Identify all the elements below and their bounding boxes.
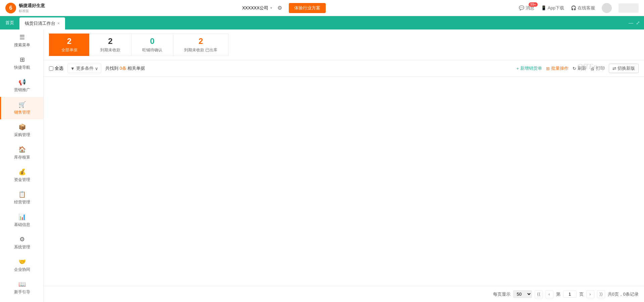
switch-new-version-button[interactable]: ⇄ 切换新版: [609, 64, 639, 73]
tab-active-label: 钱货日清工作台: [25, 20, 55, 26]
tab-bar: 首页 钱货日清工作台 × — ⤢: [0, 16, 644, 29]
toolbar-right: + 新增销货单 ⊞ 批量操作 ↻ 刷新 🖨 打印 ⇄ 切换新版: [516, 64, 639, 73]
stat-card-all[interactable]: 2 全部单据: [49, 34, 89, 56]
last-page-button[interactable]: ⟩⟩: [597, 290, 605, 298]
company-selector[interactable]: XXXXXX公司 ▾: [242, 5, 272, 11]
sidebar-item-enterprise[interactable]: 🤝 企业协同: [0, 254, 43, 277]
batch-action-button[interactable]: ⊞ 批量操作: [546, 65, 569, 71]
operation-icon: 📋: [18, 191, 26, 198]
table-area: [44, 77, 644, 286]
logo-main-text: 畅捷通好生意: [19, 3, 45, 9]
sidebar-item-label: 系统管理: [14, 244, 30, 250]
online-service-action[interactable]: 🎧 在线客服: [571, 5, 595, 11]
trial-button[interactable]: 体验行业方案: [289, 3, 326, 13]
prev-page-button[interactable]: ‹: [545, 290, 553, 298]
sidebar-item-label: 销售管理: [14, 110, 30, 115]
quicknav-icon: ⊞: [20, 56, 25, 63]
settings-icon[interactable]: ⚙: [277, 5, 282, 11]
sidebar-item-sales[interactable]: 🛒 销售管理: [0, 97, 43, 119]
filter-label: 更多条件: [76, 65, 94, 71]
stat-card-overdue-shipped[interactable]: 2 到期未收款 已出库: [173, 34, 228, 56]
sidebar-item-operation[interactable]: 📋 经营管理: [0, 187, 43, 209]
sidebar-item-appcenter[interactable]: 📱 应用中心: [0, 299, 43, 302]
stat-all-label: 全部单据: [61, 47, 77, 53]
first-page-icon: ⟨⟨: [537, 292, 540, 297]
filter-icon: ▼: [70, 66, 75, 71]
select-all-area[interactable]: 全选: [49, 65, 63, 71]
page-prefix: 第: [556, 291, 560, 297]
page-suffix: 页: [579, 291, 584, 297]
found-count: 0条: [120, 66, 126, 71]
logo-area: 6 畅捷通好生意 标准版: [5, 3, 49, 13]
tab-close-icon[interactable]: ×: [57, 21, 60, 26]
sidebar-item-label: 快捷导航: [14, 65, 30, 70]
tab-qianhuoriqing[interactable]: 钱货日清工作台 ×: [19, 17, 65, 29]
enterprise-icon: 🤝: [18, 258, 26, 265]
print-label: 打印: [596, 65, 605, 71]
purchase-icon: 📦: [18, 123, 26, 131]
found-prefix: 共找到: [105, 66, 118, 71]
sidebar-item-finance[interactable]: 💰 资金管理: [0, 164, 43, 187]
tab-home-label: 首页: [5, 20, 14, 26]
sidebar-item-purchase[interactable]: 📦 采购管理: [0, 119, 43, 142]
tab-expand-icon[interactable]: ⤢: [636, 20, 640, 25]
main-layout: ☰ 搜索菜单 ⊞ 快捷导航 📢 营销推广 🛒 销售管理 📦 采购管理 🏠 库存核…: [0, 29, 644, 302]
sidebar-item-label: 基础信息: [14, 222, 30, 228]
print-icon: 🖨: [590, 66, 595, 71]
app-logo-icon: 6: [5, 3, 16, 13]
page-input[interactable]: [563, 291, 577, 298]
tab-minimize-icon[interactable]: —: [629, 20, 633, 25]
app-download-action[interactable]: 📱 App下载: [541, 5, 564, 11]
basic-icon: 📊: [18, 213, 26, 221]
top-header: 6 畅捷通好生意 标准版 XXXXXX公司 ▾ ⚙ 体验行业方案 💬 消息 99…: [0, 0, 644, 16]
sidebar-item-basic[interactable]: 📊 基础信息: [0, 209, 43, 232]
sidebar-item-label: 经营管理: [14, 199, 30, 205]
marketing-icon: 📢: [18, 78, 26, 86]
next-page-button[interactable]: ›: [586, 290, 594, 298]
print-button[interactable]: 🖨 打印: [590, 65, 605, 71]
last-page-icon: ⟩⟩: [599, 292, 603, 297]
sidebar-item-label: 新手引导: [14, 289, 30, 295]
stat-card-overdue[interactable]: 2 到期未收款: [89, 34, 131, 56]
stat-wangpu-number: 0: [150, 37, 154, 46]
new-sales-button[interactable]: + 新增销货单: [516, 65, 542, 71]
toolbar: 全选 ▼ 更多条件 ∨ 共找到 0条 相关单据 + 新增销货单 ⊞ 批量操作: [44, 60, 644, 77]
stat-overdue-label: 到期未收款: [100, 47, 120, 53]
sidebar-item-marketing[interactable]: 📢 营销推广: [0, 74, 43, 97]
stats-bar: 2 全部单据 2 到期未收款 0 旺铺待确认 2 到期未收款 已出库: [44, 29, 644, 60]
stat-overdue-shipped-label: 到期未收款 已出库: [184, 47, 217, 53]
app-download-icon: 📱: [541, 5, 546, 10]
system-icon: ⚙: [19, 236, 25, 243]
sidebar-item-newguide[interactable]: 📖 新手引导: [0, 277, 43, 299]
avatar[interactable]: [602, 3, 612, 13]
filter-button[interactable]: ▼ 更多条件 ∨: [67, 64, 101, 73]
prev-page-icon: ‹: [548, 292, 550, 297]
sidebar-item-system[interactable]: ⚙ 系统管理: [0, 232, 43, 254]
sidebar-item-quicknav[interactable]: ⊞ 快捷导航: [0, 52, 43, 74]
sidebar-item-inventory[interactable]: 🏠 库存核算: [0, 142, 43, 164]
sidebar-item-label: 资金管理: [14, 177, 30, 183]
message-badge: 99+: [529, 2, 538, 7]
sidebar-item-search[interactable]: ☰ 搜索菜单: [0, 29, 43, 52]
message-action[interactable]: 💬 消息 99+: [519, 5, 534, 11]
sidebar-item-label: 采购管理: [14, 132, 30, 138]
stat-wangpu-label: 旺铺待确认: [142, 47, 162, 53]
found-text: 共找到 0条 相关单据: [105, 65, 145, 71]
batch-icon: ⊞: [546, 66, 550, 71]
switch-label: 切换新版: [618, 65, 635, 71]
total-text: 共0页，0条记录: [608, 291, 639, 297]
pagination: 每页显示 50 100 200 ⟨⟨ ‹ 第 页 › ⟩⟩ 共0页，0条记录: [44, 286, 644, 302]
tab-home[interactable]: 首页: [0, 16, 19, 29]
stat-overdue-shipped-number: 2: [199, 37, 203, 46]
message-icon: 💬: [519, 5, 524, 10]
app-download-label: App下载: [548, 5, 564, 11]
logo-text: 畅捷通好生意 标准版: [19, 3, 45, 13]
chevron-down-icon: ▾: [270, 6, 272, 10]
select-all-checkbox[interactable]: [49, 66, 53, 71]
first-page-button[interactable]: ⟨⟨: [535, 290, 543, 298]
stat-card-wangpu[interactable]: 0 旺铺待确认: [131, 34, 173, 56]
refresh-button[interactable]: ↻ 刷新: [573, 65, 586, 71]
inventory-icon: 🏠: [18, 146, 26, 153]
page-size-select[interactable]: 50 100 200: [513, 290, 532, 298]
user-info[interactable]: [619, 3, 639, 13]
